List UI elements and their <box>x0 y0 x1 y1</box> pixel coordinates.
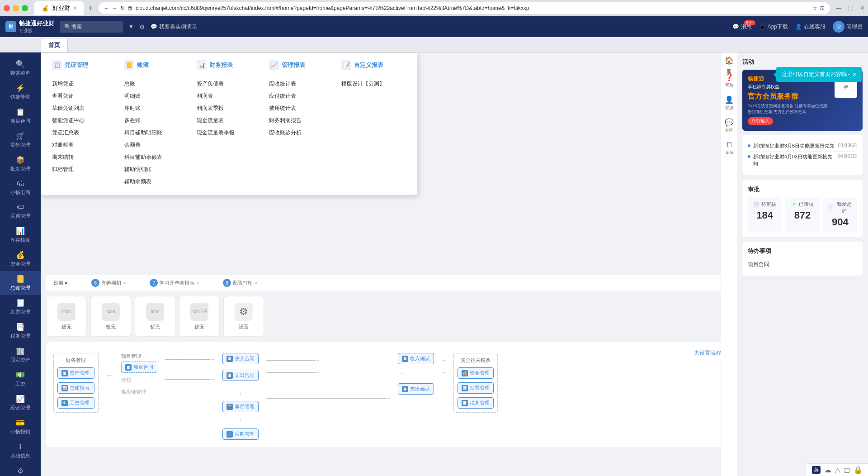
menu-item-detail-ledger[interactable]: 明细账 <box>124 90 189 102</box>
minimize-icon[interactable]: ─ <box>836 4 841 12</box>
header-settings-button[interactable]: ⚙ <box>139 23 145 30</box>
icon-cell-4[interactable]: Icon HE 暂无 <box>179 296 220 337</box>
wf-ledger-report[interactable]: 📊 总账报表 <box>57 382 94 394</box>
sidebar-item-wholesale[interactable]: 📦 批发管理 <box>0 152 41 176</box>
menu-item-add-voucher[interactable]: 新增凭证 <box>52 78 117 90</box>
icon-cell-3[interactable]: Icon 暂无 <box>135 296 175 337</box>
menu-item-period-end[interactable]: 期末结转 <box>52 151 117 163</box>
side-panel-desktop[interactable]: 🖥 桌面 <box>725 141 733 156</box>
wf-purchase-mgmt[interactable]: 🛒 采购管理 <box>222 428 259 440</box>
wf-expense-confirm[interactable]: 📋 支出确认 <box>398 383 434 395</box>
menu-item-balance-table[interactable]: 余额表 <box>124 139 189 151</box>
sidebar-item-purchase[interactable]: 🏷 采购管理 <box>0 200 41 223</box>
sidebar-item-assets[interactable]: 🏢 固定资产 <box>0 343 41 367</box>
active-tab[interactable]: 💰 好业财 × <box>34 1 84 15</box>
menu-item-cashflow-quarterly[interactable]: 现金流量表季报 <box>197 127 262 139</box>
sidebar-item-operations[interactable]: 📈 经营管理 <box>0 391 41 415</box>
menu-item-draft-voucher[interactable]: 草稿凭证列表 <box>52 102 117 114</box>
sidebar-item-funds[interactable]: 💰 资金管理 <box>0 247 41 271</box>
sidebar-item-project[interactable]: 📋 项目合同 <box>0 104 41 128</box>
wf-expense-contract[interactable]: 📋 支出合同 <box>222 370 259 381</box>
step-item-7[interactable]: 7 学习开单查报表 ● <box>150 279 199 287</box>
menu-item-reconcile[interactable]: 对账检查 <box>52 139 117 151</box>
wf-more-dots[interactable]: ··· <box>398 370 434 378</box>
nav-forward-button[interactable]: → <box>112 5 118 11</box>
tab-home[interactable]: 首页 <box>41 38 68 52</box>
sidebar-item-system[interactable]: ⚙ 系统管理 <box>0 463 41 476</box>
sidebar-item-expense[interactable]: 💳 小畅报销 <box>0 415 41 439</box>
sidebar-item-basic[interactable]: ℹ 基础信息 <box>0 439 41 463</box>
menu-item-view-voucher[interactable]: 查看凭证 <box>52 90 117 102</box>
menu-item-archive[interactable]: 归档管理 <box>52 163 117 176</box>
address-bar[interactable]: ← → ↻ 🗑 cloud.chanjet.com/cc/u6d89qwnrye… <box>99 2 830 14</box>
sidebar-item-ecommerce[interactable]: 🛍 小畅电商 <box>0 176 41 200</box>
menu-item-expense-stat[interactable]: 费用统计表 <box>269 102 334 114</box>
approval-pending-card[interactable]: □ 待审核 184 <box>748 197 782 232</box>
side-panel-home[interactable]: 🏠 首页设置 <box>725 56 734 66</box>
new-tab-button[interactable]: + <box>85 4 96 13</box>
menu-item-subject-detail[interactable]: 科目辅助明细账 <box>124 127 189 139</box>
menu-item-cashflow[interactable]: 现金流量表 <box>197 114 262 127</box>
footer-icon-3[interactable]: ◻ <box>844 466 850 474</box>
step-item-8[interactable]: 8 配置打印 ● <box>223 279 258 287</box>
news-item-2[interactable]: 新功能|好业财4月03日功能更新抢先知 04月03日 <box>748 152 857 169</box>
header-search[interactable]: 🔍 搜索 <box>60 21 123 33</box>
tab-close-button[interactable]: × <box>74 5 76 11</box>
window-close-button[interactable] <box>4 5 10 11</box>
menu-item-profit-quarterly[interactable]: 利润表季报 <box>197 102 262 114</box>
side-panel-help[interactable]: ❓ 帮助 <box>725 73 734 88</box>
app-download-button[interactable]: 📱 App下载 <box>759 23 788 31</box>
wf-payroll[interactable]: 💵 工资管理 <box>57 397 94 409</box>
wf-asset-mgmt[interactable]: 📋 资产管理 <box>57 367 94 379</box>
approval-sent-card[interactable]: 📄 我发起的 904 <box>823 197 857 232</box>
tooltip-close-button[interactable]: × <box>853 71 856 78</box>
window-minimize-button[interactable] <box>13 5 19 11</box>
nav-history-button[interactable]: 🗑 <box>127 5 133 11</box>
cast-icon[interactable]: ⊡ <box>820 5 825 11</box>
menu-item-aux-detail[interactable]: 辅助明细账 <box>124 163 189 176</box>
menu-item-aux-balance[interactable]: 辅助余额表 <box>124 176 189 188</box>
pending-item-project[interactable]: 项目合同 <box>748 259 857 270</box>
set-flow-link[interactable]: 去设置流程 › <box>694 349 724 357</box>
sidebar-item-tax[interactable]: 📑 税务管理 <box>0 319 41 343</box>
wf-invoice-mgmt[interactable]: 🧾 发票管理 <box>458 382 494 394</box>
menu-item-template-design[interactable]: 模版设计【公测】 <box>341 78 406 90</box>
wf-fund-mgmt[interactable]: 💰 资金管理 <box>458 367 494 379</box>
restore-icon[interactable]: □ <box>849 4 853 12</box>
menu-item-subject-balance[interactable]: 科目辅助余额表 <box>124 151 189 163</box>
menu-item-payable-stat[interactable]: 应付统计表 <box>269 90 334 102</box>
header-dropdown[interactable]: ▼ <box>128 24 134 30</box>
news-item-1[interactable]: 新功能|好业财3月6日功能更新抢先知 03月06日 <box>748 141 857 152</box>
menu-item-multi-ledger[interactable]: 多栏账 <box>124 114 189 127</box>
icon-cell-2[interactable]: Icon 暂无 <box>90 296 131 337</box>
online-service-button[interactable]: 👤 在线客服 <box>795 23 826 31</box>
menu-item-profit-table[interactable]: 利润表 <box>197 90 262 102</box>
menu-item-chrono-ledger[interactable]: 序时账 <box>124 102 189 114</box>
footer-lang-button[interactable]: 英 <box>812 466 821 474</box>
icon-cell-1[interactable]: Icon 暂无 <box>46 296 87 337</box>
wf-project-contract[interactable]: 📋 项目合同 <box>121 362 157 373</box>
sidebar-item-retail[interactable]: 🛒 零售管理 <box>0 128 41 152</box>
message-button[interactable]: 💬 消息 99+ <box>732 23 752 31</box>
wf-income-confirm[interactable]: 📋 收入确认 <box>398 353 434 364</box>
nav-back-button[interactable]: ← <box>104 5 109 11</box>
menu-item-receivable-stat[interactable]: 应收统计表 <box>269 78 334 90</box>
step-item-6[interactable]: 6 充善期初 ● <box>91 279 126 287</box>
window-maximize-button[interactable] <box>22 5 28 11</box>
nav-refresh-button[interactable]: ↻ <box>120 5 125 11</box>
close-icon[interactable]: × <box>860 4 864 12</box>
wf-income-contract[interactable]: 📋 收入合同 <box>222 353 259 364</box>
activity-join-button[interactable]: 立刻加入 <box>748 117 773 125</box>
menu-item-profit-report[interactable]: 财务利润报告 <box>269 114 334 127</box>
footer-icon-1[interactable]: ☁ <box>824 466 831 474</box>
footer-icon-2[interactable]: △ <box>835 466 840 474</box>
icon-cell-settings[interactable]: ⚙ 设置 <box>223 296 264 337</box>
wf-inventory-mgmt[interactable]: 📦 库存管理 <box>222 401 259 412</box>
bookmark-icon[interactable]: ☆ <box>812 5 817 11</box>
side-panel-customer[interactable]: 👤 客服 <box>725 95 734 111</box>
header-demo[interactable]: 💬 我要看实例演示 <box>151 23 197 31</box>
sidebar-item-search[interactable]: 🔍 搜索菜单 <box>0 56 41 80</box>
sidebar-item-salary[interactable]: 💵 工资 <box>0 367 41 391</box>
footer-icon-4[interactable]: 🔒 <box>854 466 863 474</box>
sidebar-item-quicknav[interactable]: ⚡ 快捷导航 <box>0 80 41 104</box>
